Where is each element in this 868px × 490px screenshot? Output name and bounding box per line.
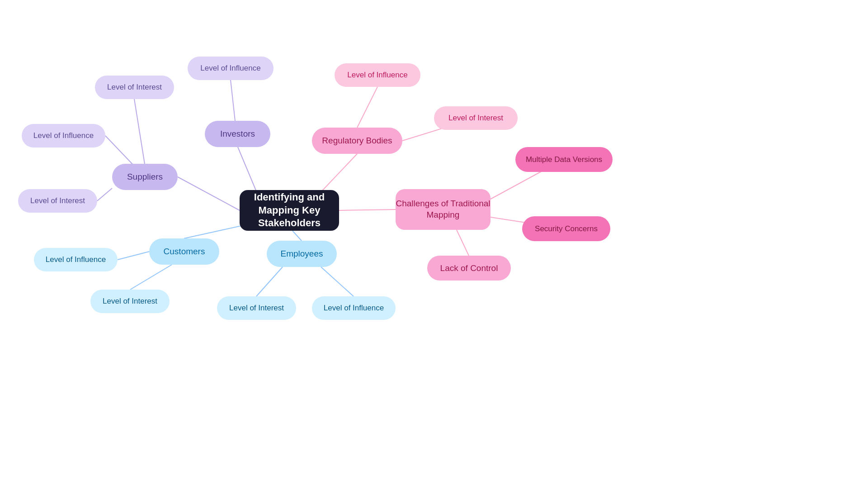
suppliers-influence-node: Level of Influence (22, 124, 105, 147)
regulatory-interest-node: Level of Interest (434, 106, 518, 130)
svg-line-17 (256, 267, 283, 296)
svg-line-3 (134, 99, 145, 164)
suppliers-child-node: Level of Interest (95, 76, 174, 99)
svg-line-5 (231, 80, 235, 121)
customers-interest-node: Level of Interest (90, 290, 170, 313)
svg-line-16 (292, 231, 302, 241)
challenges-security-node: Security Concerns (522, 216, 610, 241)
svg-line-4 (238, 147, 258, 195)
investors-influence-node: Level of Influence (188, 57, 274, 80)
svg-line-14 (118, 252, 149, 260)
challenges-control-node: Lack of Control (427, 256, 511, 281)
svg-line-2 (97, 188, 112, 201)
svg-line-0 (178, 177, 240, 210)
employees-interest-node: Level of Interest (217, 296, 296, 320)
center-node: Identifying and Mapping Key Stakeholders (240, 190, 339, 231)
svg-line-15 (130, 265, 172, 290)
employees-node: Employees (267, 241, 337, 267)
svg-line-9 (339, 209, 396, 210)
customers-influence-node: Level of Influence (34, 248, 118, 271)
regulatory-node: Regulatory Bodies (312, 128, 402, 154)
svg-line-7 (357, 87, 377, 128)
svg-line-18 (321, 267, 354, 296)
regulatory-influence-node: Level of Influence (335, 63, 420, 87)
challenges-versions-node: Multiple Data Versions (515, 147, 613, 172)
customers-node: Customers (149, 238, 219, 265)
challenges-node: Challenges of Traditional Mapping (396, 189, 491, 230)
investors-node: Investors (205, 121, 270, 147)
svg-line-12 (457, 230, 469, 256)
suppliers-interest-node: Level of Interest (18, 189, 97, 213)
suppliers-node: Suppliers (112, 164, 178, 190)
employees-influence-node: Level of Influence (312, 296, 396, 320)
